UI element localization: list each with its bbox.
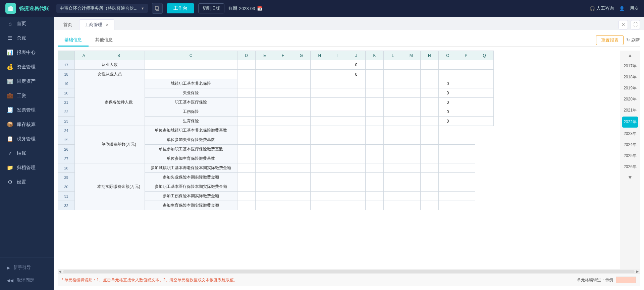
label-cell[interactable]: 生育保险 xyxy=(145,117,237,126)
sidebar-label-guide: 新手引导 xyxy=(13,265,31,271)
label-cell[interactable]: 单位缴费基数(万元) xyxy=(93,126,145,163)
h-scroll-right-button[interactable]: ▶ xyxy=(635,269,640,274)
row-num: 21 xyxy=(58,98,75,107)
label-cell[interactable]: 单位参加失业保险缴费基数 xyxy=(145,135,237,145)
label-cell[interactable]: 职工基本医疗保险 xyxy=(145,98,237,107)
sidebar-label-closing: 结账 xyxy=(17,150,26,156)
row-num: 25 xyxy=(58,135,75,145)
label-cell[interactable]: 参加生育保险本期实际缴费金额 xyxy=(145,201,237,210)
tab-actions: ✕ ⛶ xyxy=(619,20,640,29)
year-item[interactable]: 2020年 xyxy=(621,94,639,105)
calendar-icon[interactable]: 📅 xyxy=(257,6,262,11)
sidebar-item-settings[interactable]: ⚙ 设置 xyxy=(0,175,54,189)
label-cell[interactable]: 本期实际缴费金额(万元) xyxy=(93,163,145,210)
row-num: 22 xyxy=(58,107,75,117)
sidebar-item-ledger[interactable]: ☰ 总账 xyxy=(0,31,54,45)
sidebar-item-tax[interactable]: 📋 税务管理 xyxy=(0,132,54,146)
label-cell[interactable]: 参加城镇职工基本养老保险本期实际缴费金额 xyxy=(145,163,237,173)
h-scroll-track[interactable] xyxy=(63,270,635,273)
refresh-button[interactable]: ↻ 刷新 xyxy=(626,37,640,43)
sidebar-label-payroll: 工资 xyxy=(17,93,26,99)
sub-tab-basic[interactable]: 基础信息 xyxy=(58,34,89,47)
sidebar-item-report[interactable]: 📊 报表中心 xyxy=(0,45,54,60)
year-item[interactable]: 2025年 xyxy=(621,150,639,161)
sub-tab-other-label: 其他信息 xyxy=(95,37,113,42)
col-header-m: M xyxy=(402,51,420,60)
inventory-icon: 📦 xyxy=(7,121,13,128)
unpin-icon: ◀◀ xyxy=(7,278,13,283)
sidebar-item-archive[interactable]: 📁 归档管理 xyxy=(0,160,54,175)
year-nav-up-button[interactable]: ▲ xyxy=(620,51,640,61)
reset-report-button[interactable]: 重置报表 xyxy=(596,35,624,45)
label-cell[interactable]: 从业人数 xyxy=(75,60,145,70)
label-cell[interactable]: 参保各险种人数 xyxy=(93,79,145,126)
label-cell[interactable]: 单位参加职工基本医疗保险缴费基数 xyxy=(145,145,237,154)
headphone-icon: 🎧 xyxy=(590,6,595,11)
sidebar-item-inventory[interactable]: 📦 库存核算 xyxy=(0,117,54,132)
sidebar-item-home[interactable]: ⌂ 首页 xyxy=(0,17,54,31)
row-num: 29 xyxy=(58,173,75,182)
label-cell[interactable]: 城镇职工基本养老保险 xyxy=(145,79,237,88)
period-value: 2023-03 xyxy=(239,6,255,11)
sidebar-item-closing[interactable]: ✓ 结账 xyxy=(0,146,54,160)
copy-button[interactable] xyxy=(152,3,163,14)
label-cell[interactable] xyxy=(75,126,93,163)
switch-version-button[interactable]: 切到旧版 xyxy=(198,3,224,13)
sidebar-item-unpin[interactable]: ◀◀ 取消固定 xyxy=(0,274,54,287)
label-cell[interactable]: 参加工伤保险本期实际缴费金额 xyxy=(145,192,237,201)
year-item[interactable]: 2018年 xyxy=(621,72,639,83)
label-cell[interactable]: 失业保险 xyxy=(145,88,237,98)
year-item[interactable]: 2022年 xyxy=(622,117,638,128)
year-item[interactable]: 2024年 xyxy=(621,139,639,150)
h-scroll-bar: ◀ ▶ xyxy=(58,269,640,274)
bottom-right: 单元格编辑过：示例 xyxy=(577,277,636,283)
label-cell[interactable] xyxy=(75,163,93,210)
sidebar-label-unpin: 取消固定 xyxy=(17,277,34,283)
sheet-main[interactable]: A B C D E F G H I J xyxy=(58,51,620,269)
sidebar-label-finance: 资金管理 xyxy=(17,64,36,70)
tab-close-icon[interactable]: ✕ xyxy=(106,23,109,27)
content-area: 首页 工商管理 ✕ ✕ ⛶ 基础信息 其他信息 xyxy=(54,17,644,290)
user-avatar-icon: 👤 xyxy=(619,6,625,11)
row-num: 27 xyxy=(58,154,75,163)
label-cell[interactable] xyxy=(75,79,93,126)
year-item[interactable]: 2023年 xyxy=(621,128,639,139)
sidebar-label-invoice: 发票管理 xyxy=(17,107,36,113)
service-button[interactable]: 🎧 人工咨询 xyxy=(590,5,614,11)
tab-home[interactable]: 首页 xyxy=(58,19,78,30)
workbench-button[interactable]: 工作台 xyxy=(167,3,194,13)
h-scroll-left-button[interactable]: ◀ xyxy=(58,269,62,274)
label-cell[interactable]: 参加失业保险本期实际缴费金额 xyxy=(145,173,237,182)
tab-close-window-button[interactable]: ✕ xyxy=(619,20,628,29)
label-cell[interactable]: 参加职工基本医疗保险本期实际缴费金额 xyxy=(145,182,237,192)
sidebar-item-assets[interactable]: 🏢 固定资产 xyxy=(0,74,54,88)
col-header-a: A xyxy=(75,51,93,60)
sidebar-label-archive: 归档管理 xyxy=(17,165,36,171)
year-item[interactable]: 2026年 xyxy=(621,161,639,172)
sidebar-item-finance[interactable]: 💰 资金管理 xyxy=(0,60,54,74)
year-nav-down-button[interactable]: ▼ xyxy=(620,172,640,183)
year-item[interactable]: 2019年 xyxy=(621,83,639,94)
logo-text: 畅捷通易代账 xyxy=(19,5,49,12)
sub-tab-other[interactable]: 其他信息 xyxy=(89,34,119,47)
sidebar-item-payroll[interactable]: 💼 工资 xyxy=(0,88,54,103)
user-label: 用友 xyxy=(630,5,639,11)
year-item[interactable]: 2017年 xyxy=(621,61,639,72)
tab-industrial[interactable]: 工商管理 ✕ xyxy=(79,19,114,30)
year-item[interactable]: 2021年 xyxy=(621,105,639,116)
col-header-o: O xyxy=(439,51,457,60)
label-cell[interactable]: 单位参加城镇职工基本养老保险缴费基数 xyxy=(145,126,237,135)
bottom-bar: * 单元格编辑说明：1、点击单元格直接录入数值或文本。2、清空单元格数值或文本恢… xyxy=(58,274,640,286)
label-cell[interactable]: 工伤保险 xyxy=(145,107,237,117)
sidebar-item-guide[interactable]: ▶ 新手引导 xyxy=(0,261,54,274)
label-cell[interactable]: 女性从业人员 xyxy=(75,70,145,79)
label-cell[interactable]: 单位参加生育保险缴费基数 xyxy=(145,154,237,163)
company-selector[interactable]: 中审众环会计师事务所（特殊普通合伙... ▼ xyxy=(56,4,148,13)
col-header-q: Q xyxy=(475,51,494,60)
year-sidebar: ▲ 2017年2018年2019年2020年2021年2022年2023年202… xyxy=(620,51,640,269)
closing-icon: ✓ xyxy=(7,150,13,156)
sidebar-bottom: ▶ 新手引导 ◀◀ 取消固定 xyxy=(0,258,54,290)
sidebar-item-invoice[interactable]: 🧾 发票管理 xyxy=(0,103,54,117)
invoice-icon: 🧾 xyxy=(7,107,13,113)
tab-fullscreen-button[interactable]: ⛶ xyxy=(631,20,640,29)
